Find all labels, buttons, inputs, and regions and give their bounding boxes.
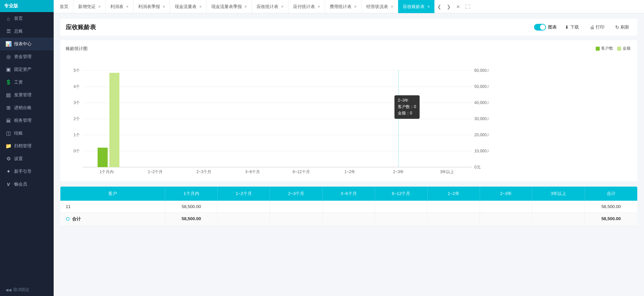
refresh-label: 刷新 bbox=[621, 24, 629, 30]
sidebar-item-stockbook[interactable]: ⊞ 进销台账 bbox=[0, 101, 54, 114]
download-button[interactable]: ⬇ 下载 bbox=[562, 23, 582, 32]
tab-receivable-stat-label: 应收统计表 bbox=[257, 4, 278, 10]
tab-cashflow-quarter[interactable]: 现金流量表季报 × bbox=[207, 0, 252, 13]
cell-m1: 58,500.00 bbox=[165, 201, 218, 212]
tab-voucher-close[interactable]: × bbox=[98, 4, 101, 9]
tab-cashflow[interactable]: 现金流量表 × bbox=[170, 0, 207, 13]
tab-profit-quarter-close[interactable]: × bbox=[163, 4, 165, 9]
guide-icon: ✦ bbox=[5, 168, 11, 175]
sidebar-item-label: 首页 bbox=[14, 15, 23, 21]
svg-text:2~3年: 2~3年 bbox=[393, 169, 404, 174]
unpin-button[interactable]: ◀◀ 取消固定 bbox=[0, 284, 54, 296]
data-table: 客户 1个月内 1~2个月 2~3个月 3~6个月 6~12个月 1~2年 2~… bbox=[60, 187, 637, 226]
print-button[interactable]: 🖨 打印 bbox=[587, 23, 607, 32]
sidebar-item-ledger[interactable]: ☰ 总账 bbox=[0, 25, 54, 38]
tab-receivable-stat-close[interactable]: × bbox=[281, 4, 283, 9]
legend-amount-color bbox=[617, 47, 621, 51]
tab-profit-quarter[interactable]: 利润表季报 × bbox=[133, 0, 170, 13]
svg-text:0个: 0个 bbox=[73, 149, 80, 153]
tab-next-btn[interactable]: ❯ bbox=[444, 0, 453, 13]
chart-svg: 5个 4个 3个 2个 1个 0个 60,000.00元 50,000.00元 … bbox=[66, 55, 488, 176]
tab-cashflow-close[interactable]: × bbox=[199, 4, 202, 9]
tab-profit[interactable]: 利润表 × bbox=[106, 0, 133, 13]
sidebar-item-label: 结账 bbox=[14, 130, 23, 136]
sidebar-item-label: 归档管理 bbox=[14, 143, 32, 149]
svg-text:3个: 3个 bbox=[73, 100, 80, 105]
svg-text:1个月内: 1个月内 bbox=[100, 169, 114, 174]
tab-profit-close[interactable]: × bbox=[126, 4, 128, 9]
tab-ar-aging-close[interactable]: × bbox=[427, 4, 430, 9]
cell-y3p bbox=[532, 201, 585, 212]
svg-text:3~6个月: 3~6个月 bbox=[245, 169, 260, 174]
col-header-m36: 3~6个月 bbox=[323, 187, 375, 201]
chart-toggle[interactable]: 图表 bbox=[534, 24, 557, 31]
tab-biz-status[interactable]: 经营状况表 × bbox=[362, 0, 398, 13]
tab-payable-stat-close[interactable]: × bbox=[318, 4, 320, 9]
col-header-y12: 1~2年 bbox=[428, 187, 480, 201]
tab-home[interactable]: 首页 bbox=[55, 0, 73, 13]
tab-prev-btn[interactable]: ❮ bbox=[435, 0, 444, 13]
tab-expense-stat-close[interactable]: × bbox=[354, 4, 357, 9]
toggle-thumb bbox=[540, 24, 545, 30]
toggle-track[interactable] bbox=[534, 24, 546, 31]
home-icon: ⌂ bbox=[5, 16, 11, 21]
total-y3p bbox=[532, 213, 585, 226]
sidebar-item-close[interactable]: ◫ 结账 bbox=[0, 127, 54, 140]
tab-expense-stat[interactable]: 费用统计表 × bbox=[325, 0, 362, 13]
chart-toggle-label: 图表 bbox=[548, 24, 557, 30]
tab-voucher[interactable]: 新增凭证 × bbox=[73, 0, 106, 13]
tab-close-all-btn[interactable]: ✕ bbox=[453, 0, 463, 13]
print-icon: 🖨 bbox=[590, 24, 594, 30]
col-header-m1: 1个月内 bbox=[165, 187, 218, 201]
cell-m12 bbox=[218, 201, 270, 212]
tab-fullscreen-btn[interactable]: ⛶ bbox=[463, 0, 472, 13]
svg-text:2~3个月: 2~3个月 bbox=[197, 169, 211, 174]
svg-text:2个: 2个 bbox=[73, 116, 80, 121]
tab-cashflow-quarter-close[interactable]: × bbox=[245, 4, 247, 9]
tab-cashflow-quarter-label: 现金流量表季报 bbox=[211, 4, 242, 10]
tab-cashflow-label: 现金流量表 bbox=[175, 4, 197, 10]
cell-m23 bbox=[270, 201, 322, 212]
sidebar-item-vip[interactable]: V 畅会员 bbox=[0, 178, 54, 191]
sidebar-item-home[interactable]: ⌂ 首页 bbox=[0, 12, 54, 25]
tax-icon: 🏛 bbox=[5, 118, 11, 124]
sidebar-item-report[interactable]: 📊 报表中心 bbox=[0, 38, 54, 50]
report-icon: 📊 bbox=[5, 41, 11, 47]
refresh-button[interactable]: ↻ 刷新 bbox=[612, 23, 632, 32]
sidebar-item-label: 工资 bbox=[14, 79, 23, 85]
total-m23 bbox=[270, 213, 322, 226]
total-m12 bbox=[218, 213, 270, 226]
svg-text:0元: 0元 bbox=[474, 165, 481, 169]
sidebar-item-tax[interactable]: 🏛 税务管理 bbox=[0, 114, 54, 127]
total-m1: 58,500.00 bbox=[165, 213, 218, 226]
tab-ar-aging[interactable]: 应收账龄表 × bbox=[398, 0, 435, 13]
sidebar-item-invoice[interactable]: ▤ 发票管理 bbox=[0, 89, 54, 101]
sidebar-item-salary[interactable]: 💲 工资 bbox=[0, 76, 54, 89]
cell-total: 58,500.00 bbox=[585, 201, 637, 212]
tab-receivable-stat[interactable]: 应收统计表 × bbox=[252, 0, 288, 13]
sidebar-item-asset[interactable]: ▣ 固定资产 bbox=[0, 63, 54, 76]
tab-payable-stat[interactable]: 应付统计表 × bbox=[288, 0, 325, 13]
sidebar-item-label: 新手引导 bbox=[14, 168, 32, 175]
svg-text:6~12个月: 6~12个月 bbox=[292, 169, 310, 174]
svg-text:5个: 5个 bbox=[73, 68, 80, 73]
sidebar-item-archive[interactable]: 📁 归档管理 bbox=[0, 140, 54, 152]
download-icon: ⬇ bbox=[565, 24, 569, 30]
fund-icon: ◎ bbox=[5, 54, 11, 60]
total-row: ⬡ 合计 58,500.00 58,500.00 bbox=[60, 213, 637, 226]
sidebar-item-fund[interactable]: ◎ 资金管理 bbox=[0, 50, 54, 63]
tab-home-label: 首页 bbox=[60, 4, 68, 10]
app-logo: 专业版 bbox=[0, 0, 54, 12]
sidebar-item-label: 报表中心 bbox=[14, 41, 32, 47]
sidebar: 专业版 ⌂ 首页 ☰ 总账 📊 报表中心 ◎ 资金管理 ▣ 固定资产 💲 工资 … bbox=[0, 0, 54, 296]
cell-y23 bbox=[480, 201, 532, 212]
sidebar-item-guide[interactable]: ✦ 新手引导 bbox=[0, 165, 54, 178]
svg-text:10,000.00元: 10,000.00元 bbox=[474, 149, 488, 153]
tab-biz-status-close[interactable]: × bbox=[391, 4, 393, 9]
invoice-icon: ▤ bbox=[5, 92, 11, 98]
cell-m612 bbox=[375, 201, 427, 212]
col-header-customer: 客户 bbox=[60, 187, 165, 201]
sidebar-item-settings[interactable]: ⚙ 设置 bbox=[0, 152, 54, 165]
pin-icon: ◀◀ bbox=[5, 288, 11, 292]
ledger-icon: ☰ bbox=[5, 28, 11, 34]
